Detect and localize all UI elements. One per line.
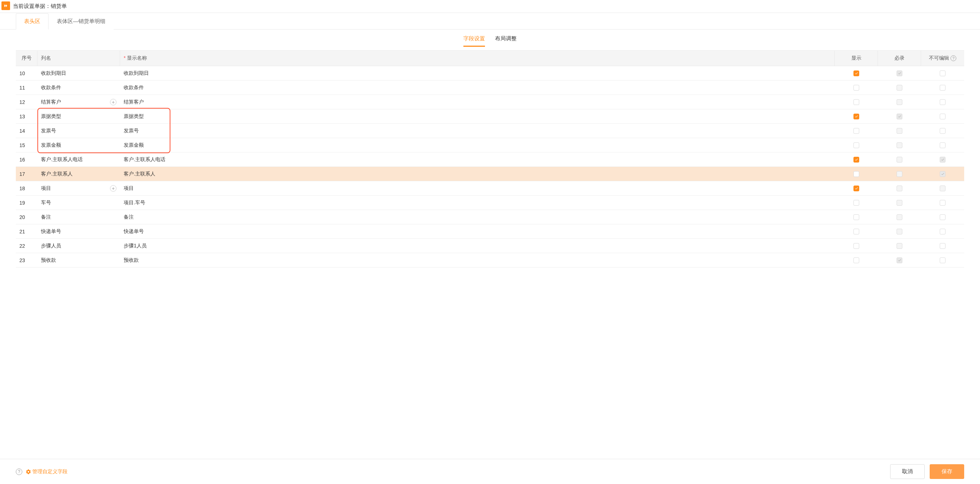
- checkbox-show[interactable]: [853, 229, 859, 234]
- checkbox-readonly[interactable]: [940, 128, 945, 134]
- main-tab-0[interactable]: 表头区: [16, 13, 49, 29]
- table-row[interactable]: 18 项目 + 项目: [16, 181, 964, 196]
- checkbox-readonly[interactable]: [940, 214, 945, 220]
- checkbox-readonly[interactable]: [940, 114, 945, 119]
- table-row[interactable]: 21 快递单号 快递单号: [16, 224, 964, 239]
- checkbox-required: [897, 200, 902, 206]
- cell-name: 收款到期日: [37, 66, 120, 80]
- table-row[interactable]: 12 结算客户 + 结算客户: [16, 95, 964, 109]
- cell-name: 客户.主联系人: [37, 167, 120, 181]
- cell-seq: 10: [16, 66, 37, 80]
- main-tab-1[interactable]: 表体区—销货单明细: [49, 13, 114, 29]
- cell-name: 票据类型: [37, 109, 120, 123]
- checkbox-required: [897, 142, 902, 148]
- table-row[interactable]: 10 收款到期日 收款到期日: [16, 66, 964, 81]
- cell-name: 收款条件: [37, 81, 120, 95]
- cell-display[interactable]: 发票金额: [120, 138, 835, 152]
- cell-display[interactable]: 发票号: [120, 124, 835, 138]
- help-icon[interactable]: ?: [951, 56, 956, 61]
- table-row[interactable]: 17 客户.主联系人 客户.主联系人: [16, 167, 964, 181]
- checkbox-readonly[interactable]: [940, 229, 945, 234]
- cell-name: 发票金额: [37, 138, 120, 152]
- cell-display[interactable]: 步骤1人员: [120, 239, 835, 253]
- cell-seq: 14: [16, 124, 37, 138]
- table-row[interactable]: 23 预收款 预收款: [16, 253, 964, 267]
- cell-name: 快递单号: [37, 224, 120, 239]
- checkbox-required: [897, 186, 902, 191]
- checkbox-readonly[interactable]: [940, 258, 945, 263]
- sub-tab-0[interactable]: 字段设置: [463, 35, 485, 47]
- header-doc-name: 销货单: [51, 3, 67, 9]
- table-row[interactable]: 14 发票号 发票号: [16, 124, 964, 138]
- checkbox-required: [897, 85, 902, 91]
- cell-seq: 19: [16, 196, 37, 210]
- checkbox-show[interactable]: [853, 171, 859, 177]
- checkbox-show[interactable]: [853, 142, 859, 148]
- cell-display[interactable]: 项目: [120, 181, 835, 195]
- cell-display[interactable]: 项目.车号: [120, 196, 835, 210]
- checkbox-readonly[interactable]: [940, 200, 945, 206]
- cell-display[interactable]: 预收款: [120, 253, 835, 267]
- checkbox-show[interactable]: [853, 128, 859, 134]
- table-row[interactable]: 20 备注 备注: [16, 210, 964, 224]
- checkbox-readonly[interactable]: [940, 142, 945, 148]
- required-asterisk: *: [124, 55, 126, 61]
- col-header-readonly: 不可编辑?: [921, 51, 964, 66]
- checkbox-show[interactable]: [853, 70, 859, 76]
- checkbox-show[interactable]: [853, 214, 859, 220]
- checkbox-show[interactable]: [853, 114, 859, 119]
- table-row[interactable]: 11 收款条件 收款条件: [16, 81, 964, 95]
- cell-seq: 11: [16, 81, 37, 95]
- checkbox-required: [897, 70, 902, 76]
- col-header-name: 列名: [37, 51, 120, 66]
- cell-name: 车号: [37, 196, 120, 210]
- checkbox-show[interactable]: [853, 258, 859, 263]
- table-header: 序号 列名 *显示名称 显示 必录 不可编辑?: [16, 50, 964, 66]
- checkbox-readonly[interactable]: [940, 85, 945, 91]
- plus-icon[interactable]: +: [110, 99, 116, 105]
- cell-display[interactable]: 客户.主联系人电话: [120, 153, 835, 167]
- sub-tabs: 字段设置布局调整: [0, 29, 980, 47]
- cell-display[interactable]: 收款条件: [120, 81, 835, 95]
- checkbox-required: [897, 171, 902, 177]
- cell-name: 客户.主联系人电话: [37, 153, 120, 167]
- cell-seq: 12: [16, 95, 37, 109]
- table-row[interactable]: 19 车号 项目.车号: [16, 196, 964, 210]
- cell-seq: 15: [16, 138, 37, 152]
- checkbox-readonly[interactable]: [940, 70, 945, 76]
- checkbox-readonly[interactable]: [940, 243, 945, 249]
- checkbox-readonly[interactable]: [940, 99, 945, 105]
- cell-display[interactable]: 收款到期日: [120, 66, 835, 80]
- checkbox-required: [897, 243, 902, 249]
- cell-display[interactable]: 快递单号: [120, 224, 835, 239]
- checkbox-required: [897, 214, 902, 220]
- cell-display[interactable]: 客户.主联系人: [120, 167, 835, 181]
- sub-tab-1[interactable]: 布局调整: [495, 35, 517, 47]
- main-tabs: 表头区表体区—销货单明细: [0, 13, 980, 29]
- cell-display[interactable]: 备注: [120, 210, 835, 224]
- checkbox-show[interactable]: [853, 186, 859, 191]
- cell-display[interactable]: 票据类型: [120, 109, 835, 123]
- checkbox-required: [897, 128, 902, 134]
- checkbox-show[interactable]: [853, 85, 859, 91]
- header-prefix: 当前设置单据：: [13, 3, 51, 9]
- checkbox-show[interactable]: [853, 243, 859, 249]
- checkbox-show[interactable]: [853, 99, 859, 105]
- cell-name: 项目 +: [37, 181, 120, 195]
- table-row[interactable]: 13 票据类型 票据类型: [16, 109, 964, 124]
- table-row[interactable]: 15 发票金额 发票金额: [16, 138, 964, 153]
- table-row[interactable]: 22 步骤人员 步骤1人员: [16, 239, 964, 253]
- table-row[interactable]: 16 客户.主联系人电话 客户.主联系人电话: [16, 153, 964, 167]
- table-body: 10 收款到期日 收款到期日 11 收款条件 收款条件 12 结算客户 +: [16, 66, 964, 267]
- cell-seq: 23: [16, 253, 37, 267]
- cell-name: 发票号: [37, 124, 120, 138]
- plus-icon[interactable]: +: [110, 185, 116, 192]
- checkbox-readonly: [940, 171, 945, 177]
- cell-name: 结算客户 +: [37, 95, 120, 109]
- checkbox-show[interactable]: [853, 200, 859, 206]
- cell-display[interactable]: 结算客户: [120, 95, 835, 109]
- checkbox-required: [897, 157, 902, 162]
- checkbox-show[interactable]: [853, 157, 859, 162]
- checkbox-readonly: [940, 186, 945, 191]
- expand-sidebar-button[interactable]: [2, 2, 10, 10]
